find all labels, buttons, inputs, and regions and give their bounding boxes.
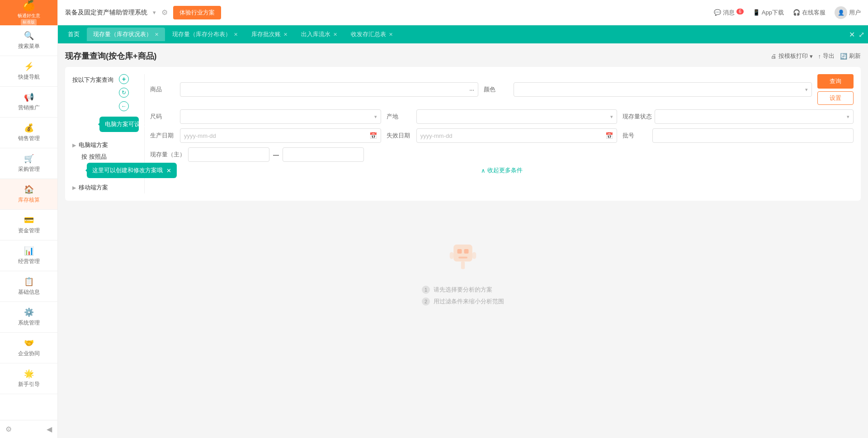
step-num-2: 2 (422, 297, 430, 306)
tab-fullscreen-icon[interactable]: ⤢ (859, 30, 864, 39)
collapse-bar[interactable]: ∧ 收起更多条件 (150, 162, 854, 179)
svg-rect-3 (458, 257, 467, 259)
sidebar-item-operations-label: 经营管理 (18, 258, 40, 265)
tab-inout-flow[interactable]: 出入库流水 ✕ (295, 28, 344, 41)
empty-steps: 1 请先选择要分析的方案 2 用过滤条件来缩小分析范围 (422, 286, 504, 306)
sidebar-item-marketing-label: 营销推广 (18, 104, 40, 112)
scheme-pc-child[interactable]: 按 按照品 (81, 151, 139, 163)
page-title: 现存量查询(按仓库+商品) (65, 51, 157, 61)
tree-arrow-mobile: ▶ (72, 185, 76, 191)
sidebar-item-purchase-label: 采购管理 (18, 165, 40, 173)
sidebar-item-sales-label: 销售管理 (18, 135, 40, 142)
setting-button[interactable]: 设置 (817, 91, 854, 105)
color-select[interactable]: ▾ (514, 82, 812, 97)
search-button[interactable]: 查询 (817, 74, 854, 89)
filter-row-1: 商品 ··· 颜色 ▾ (150, 74, 854, 105)
message-item[interactable]: 💬 消息 6 (714, 9, 744, 17)
app-logo: 🍊 畅通好生意 标准版 (0, 0, 57, 25)
refresh-label: 刷新 (849, 52, 861, 60)
svg-rect-2 (464, 249, 469, 254)
sidebar-item-base-label: 基础信息 (18, 288, 40, 296)
product-select[interactable]: ··· (180, 82, 478, 97)
support-icon: 🎧 (793, 9, 800, 16)
sidebar-item-inventory-label: 库存核算 (18, 196, 40, 204)
settings-bottom-icon[interactable]: ⚙ (5, 425, 12, 433)
field-size: 尺码 ▾ (150, 109, 381, 124)
sidebar-item-system[interactable]: ⚙️ 系统管理 (0, 302, 57, 333)
tab-inventory-status-close[interactable]: ✕ (155, 32, 159, 38)
collapse-icon: ∧ (481, 167, 486, 174)
collapse-sidebar-icon[interactable]: ◀ (47, 425, 52, 433)
size-select[interactable]: ▾ (180, 109, 381, 124)
user-label: 用户 (849, 9, 861, 17)
stock-status-select[interactable]: ▾ (655, 109, 854, 124)
sidebar-item-base[interactable]: 📋 基础信息 (0, 271, 57, 302)
app-download-item[interactable]: 📱 App下载 (753, 9, 784, 17)
tab-recv-summary[interactable]: 收发存汇总表 ✕ (344, 28, 399, 41)
tab-close-all-icon[interactable]: ✕ (849, 30, 855, 39)
header-gear-icon[interactable]: ⚙ (161, 8, 168, 17)
sidebar-item-finance[interactable]: 💳 资金管理 (0, 210, 57, 240)
expire-date-start[interactable]: yyyy-mm-dd 📅 (416, 128, 618, 143)
filter-row-4: 现存量（主） — (150, 147, 854, 162)
batch-input[interactable] (652, 128, 854, 143)
sidebar-item-sales[interactable]: 💰 销售管理 (0, 118, 57, 148)
sidebar-item-guide[interactable]: 🌟 新手引导 (0, 363, 57, 394)
scheme-pc-label: 电脑端方案 (79, 141, 108, 149)
sidebar-item-quicknav[interactable]: ⚡ 快捷导航 (0, 56, 57, 87)
scheme-pc-item[interactable]: ▶ 电脑端方案 (72, 139, 139, 151)
online-support-item[interactable]: 🎧 在线客服 (793, 9, 826, 17)
tab-recv-summary-close[interactable]: ✕ (389, 32, 393, 38)
tab-inventory-status-label: 现存量（库存状况表） (93, 30, 152, 38)
scheme-refresh-button[interactable]: ↻ (119, 88, 129, 98)
sidebar-item-search[interactable]: 🔍 搜索菜单 (0, 25, 57, 56)
sidebar-item-cooperation[interactable]: 🤝 企业协同 (0, 333, 57, 363)
main-area: 装备及固定资产辅助管理系统 ▾ ⚙ 体验行业方案 💬 消息 6 📱 App下载 … (58, 0, 868, 438)
sidebar-item-purchase[interactable]: 🛒 采购管理 (0, 148, 57, 179)
produce-date-start[interactable]: yyyy-mm-dd 📅 (180, 128, 381, 143)
tab-inventory-status[interactable]: 现存量（库存状况表） ✕ (87, 28, 165, 41)
stock-qty-min[interactable] (188, 147, 269, 162)
user-item[interactable]: 👤 用户 (835, 6, 861, 19)
origin-select[interactable]: ▾ (416, 109, 618, 124)
filter-panel: 按以下方案查询 + ↻ ← 电脑方案可设为移动方案哦 ✕ (65, 67, 861, 201)
stock-qty-sep: — (273, 151, 279, 158)
sidebar-item-operations[interactable]: 📊 经营管理 (0, 240, 57, 271)
print-btn[interactable]: 🖨 按模板打印 ▾ (771, 52, 813, 60)
scheme-edit-tooltip-close[interactable]: ✕ (166, 167, 171, 174)
produce-date-start-placeholder: yyyy-mm-dd (184, 132, 216, 139)
online-support-label: 在线客服 (802, 9, 826, 17)
tab-batch-account[interactable]: 库存批次账 ✕ (245, 28, 294, 41)
field-stock-qty: 现存量（主） — (150, 147, 854, 162)
quicknav-icon: ⚡ (24, 61, 34, 71)
svg-rect-4 (461, 262, 465, 269)
produce-date-start-cal: 📅 (369, 132, 377, 139)
system-dropdown-icon[interactable]: ▾ (153, 9, 156, 16)
svg-rect-0 (453, 245, 472, 262)
scheme-mobile-label: 移动端方案 (79, 184, 108, 192)
sidebar-item-inventory[interactable]: 🏠 库存核算 (0, 179, 57, 210)
sidebar-item-search-label: 搜索菜单 (18, 42, 40, 50)
scheme-add-button[interactable]: + (119, 74, 129, 84)
tab-home[interactable]: 首页 (61, 28, 86, 41)
tab-inventory-dist-close[interactable]: ✕ (234, 32, 238, 38)
sidebar-item-marketing[interactable]: 📢 营销推广 (0, 87, 57, 118)
stock-qty-max[interactable] (283, 147, 364, 162)
filter-header: 按以下方案查询 + ↻ ← (72, 74, 139, 111)
tab-inventory-dist[interactable]: 现存量（库存分布表） ✕ (166, 28, 244, 41)
base-icon: 📋 (24, 277, 34, 287)
field-color: 颜色 ▾ (484, 82, 812, 97)
scheme-edit-tooltip: 这里可以创建和修改方案哦 ✕ (87, 163, 177, 178)
color-chevron: ▾ (805, 87, 808, 93)
scheme-back-button[interactable]: ← (119, 101, 129, 111)
page-content: 现存量查询(按仓库+商品) 🖨 按模板打印 ▾ ↑ 导出 🔄 刷新 (58, 43, 868, 438)
step-num-1: 1 (422, 286, 430, 294)
scheme-mobile-item[interactable]: ▶ 移动端方案 (72, 182, 139, 193)
tab-batch-account-close[interactable]: ✕ (283, 32, 288, 38)
tab-inout-flow-close[interactable]: ✕ (333, 32, 337, 38)
export-btn[interactable]: ↑ 导出 (818, 52, 835, 60)
experience-button[interactable]: 体验行业方案 (173, 6, 221, 19)
search-action-col: 查询 设置 (817, 74, 854, 105)
collapse-label: 收起更多条件 (487, 166, 523, 174)
refresh-btn[interactable]: 🔄 刷新 (840, 52, 861, 60)
